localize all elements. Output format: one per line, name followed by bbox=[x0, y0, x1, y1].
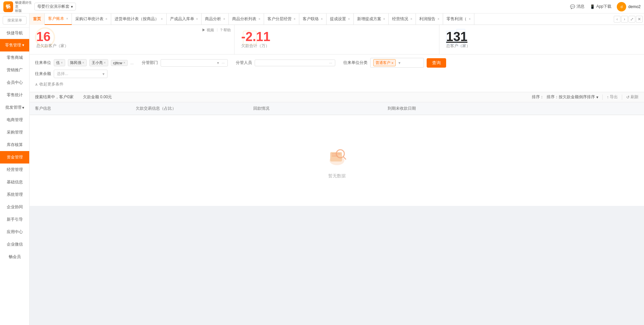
filter-dept-label: 分管部门 bbox=[142, 60, 158, 66]
tab-customer-contact[interactable]: 客户联络 × bbox=[299, 13, 327, 25]
tab-profit-report[interactable]: 利润报告 × bbox=[416, 13, 443, 25]
sidebar-item-vip-member[interactable]: 畅会员 bbox=[0, 251, 29, 263]
sidebar-item-member-center[interactable]: 会员中心 bbox=[0, 76, 29, 89]
remove-tag-cjttcw[interactable]: × bbox=[123, 61, 125, 65]
tab-operations[interactable]: 经营情况 × bbox=[389, 13, 416, 25]
sidebar-item-inventory[interactable]: 库存核算 bbox=[0, 139, 29, 151]
logo-text: 畅捷通好生意标版 bbox=[15, 1, 33, 13]
export-button[interactable]: ↑ 导出 bbox=[607, 94, 618, 100]
tab-scroll-right[interactable]: › bbox=[621, 16, 628, 23]
tab-home[interactable]: 首页 bbox=[30, 13, 45, 25]
remove-tag-normal-customer[interactable]: × bbox=[391, 61, 393, 65]
tab-close-customer-tier[interactable]: × bbox=[294, 17, 296, 21]
chevron-down-icon: ▾ bbox=[596, 95, 598, 100]
svg-text:¥: ¥ bbox=[40, 33, 45, 42]
user-name: demo2 bbox=[628, 4, 641, 9]
stat-card-total-customers: 131 总客户（家） bbox=[439, 25, 644, 54]
search-result-amount bbox=[76, 94, 80, 100]
tab-stock-stats[interactable]: 进货单统计表（按商品） × bbox=[111, 13, 167, 25]
sidebar-item-basic-info[interactable]: 基础信息 bbox=[0, 176, 29, 188]
tab-close-stock-stats[interactable]: × bbox=[161, 17, 163, 21]
remove-tag-wang[interactable]: × bbox=[104, 61, 106, 65]
chevron-down-icon: ▾ bbox=[398, 61, 400, 65]
tab-close-reminder-settings[interactable]: × bbox=[348, 17, 350, 21]
app-download-button[interactable]: 📱 App下载 bbox=[590, 4, 611, 9]
col-due-date: 到期未收款日期 bbox=[388, 106, 639, 111]
logo-icon: 畅 bbox=[3, 1, 13, 12]
filter-unit-class-label: 往来单位分类 bbox=[343, 60, 368, 66]
sidebar-item-app-center[interactable]: 应用中心 bbox=[0, 226, 29, 238]
tab-reminder-settings[interactable]: 提成设置 × bbox=[327, 13, 354, 25]
sidebar-item-enterprise-collab[interactable]: 企业协同 bbox=[0, 201, 29, 213]
filter-person-select[interactable]: ··· bbox=[255, 60, 335, 66]
sidebar-quick-nav[interactable]: 快捷导航 bbox=[0, 28, 29, 39]
tab-retail-profit[interactable]: 零售利润（ × bbox=[443, 13, 474, 25]
help-link[interactable]: ? 帮助 bbox=[220, 28, 231, 33]
sidebar-item-capital-mgmt[interactable]: 资金管理 bbox=[0, 151, 29, 164]
filter-unit-class-select[interactable]: 普通客户 × ▾ bbox=[370, 58, 424, 68]
stat-card-credit-amount: ✦ -2.11 欠款合计（万） bbox=[234, 25, 439, 54]
tab-close-goods-analysis[interactable]: × bbox=[223, 17, 225, 21]
remove-tag-chen[interactable]: × bbox=[82, 61, 84, 65]
tab-customer-tier[interactable]: 客户分层经营 × bbox=[264, 13, 299, 25]
logo-area: 畅 畅捷通好生意标版 bbox=[3, 1, 33, 13]
tab-purchase-order[interactable]: 采购订单统计表 × bbox=[72, 13, 111, 25]
filter-dept-select[interactable]: ▾ ··· bbox=[161, 59, 228, 67]
sidebar-item-retail-stats[interactable]: 零售统计 bbox=[0, 89, 29, 101]
tab-maximize[interactable]: ⤢ bbox=[629, 16, 635, 23]
filter-more-tags[interactable]: ... bbox=[130, 61, 134, 65]
table-header: 客户信息 欠款交易信息（占比） 回款情况 到期未收款日期 bbox=[30, 102, 644, 115]
tab-close-purchase-order[interactable]: × bbox=[105, 17, 108, 21]
sidebar-item-marketing[interactable]: 营销推广 bbox=[0, 64, 29, 76]
empty-icon bbox=[324, 142, 350, 169]
sidebar-item-enterprise-wechat[interactable]: 企业微信 bbox=[0, 238, 29, 251]
sidebar-item-purchase-mgmt[interactable]: 采购管理 bbox=[0, 126, 29, 139]
sidebar-item-retail-mgmt[interactable]: 零售管理 ▾ bbox=[0, 39, 29, 51]
tab-accounts[interactable]: 客户账本 × bbox=[45, 13, 72, 25]
tab-close-customer-contact[interactable]: × bbox=[321, 17, 323, 21]
video-link[interactable]: ▶ 视频 bbox=[202, 28, 214, 33]
sidebar-item-system-mgmt[interactable]: 系统管理 bbox=[0, 188, 29, 201]
refresh-button[interactable]: ↺ 刷新 bbox=[626, 94, 639, 100]
filter-tag-unit: 伍 × bbox=[54, 59, 65, 66]
tab-close-all[interactable]: ✕ bbox=[636, 16, 643, 23]
tab-close-production[interactable]: × bbox=[196, 17, 198, 21]
tab-close-operations[interactable]: × bbox=[410, 17, 412, 21]
message-button[interactable]: 💬 消息 bbox=[570, 4, 585, 9]
sort-select[interactable]: 排序：按欠款金额倒序排序 ▾ bbox=[547, 94, 598, 100]
query-button[interactable]: 查询 bbox=[427, 58, 446, 68]
search-result-bar: 搜索结果中，客户0家 欠款金额 0.00元 排序： 排序：按欠款金额倒序排序 ▾… bbox=[30, 92, 644, 102]
sidebar-item-retail-mall[interactable]: 零售商城 bbox=[0, 51, 29, 64]
tab-close-accounts[interactable]: × bbox=[66, 17, 68, 21]
chevron-down-icon: ▾ bbox=[22, 43, 24, 47]
tab-production[interactable]: 产成品入库单 × bbox=[167, 13, 202, 25]
workspace-selector[interactable]: 母婴行业演示帐套 ▾ bbox=[34, 3, 76, 10]
chevron-down-icon: ▾ bbox=[102, 72, 104, 76]
tab-close-goods-analysis-list[interactable]: × bbox=[258, 17, 260, 21]
sidebar-search-area: 搜索菜单 bbox=[0, 13, 29, 28]
svg-rect-4 bbox=[446, 31, 455, 44]
tab-close-profit-report[interactable]: × bbox=[437, 17, 439, 21]
sidebar-item-ops-mgmt[interactable]: 经营管理 bbox=[0, 164, 29, 176]
collapse-filter-button[interactable]: ∧ 收起更多条件 bbox=[35, 81, 639, 87]
filter-tag-cjttcw: cjttcw × bbox=[111, 60, 128, 66]
tab-close-new-promotion[interactable]: × bbox=[383, 17, 385, 21]
sidebar-item-new-guide[interactable]: 新手引导 bbox=[0, 213, 29, 226]
tab-goods-analysis-list[interactable]: 商品分析列表 × bbox=[229, 13, 264, 25]
search-menu-button[interactable]: 搜索菜单 bbox=[3, 16, 27, 25]
user-profile[interactable]: d demo2 bbox=[617, 2, 641, 11]
sidebar-item-ecommerce[interactable]: 电商管理 bbox=[0, 114, 29, 126]
tab-close-retail-profit[interactable]: × bbox=[469, 17, 471, 21]
stats-row: ¥ 16 总欠款客户（家） ▶ 视频 | ? 帮助 bbox=[30, 25, 644, 55]
tab-scroll-left[interactable]: ‹ bbox=[614, 16, 620, 23]
tab-goods-analysis[interactable]: 商品分析 × bbox=[202, 13, 229, 25]
tab-new-promotion[interactable]: 新增提成方案 × bbox=[354, 13, 389, 25]
refresh-icon: ↺ bbox=[626, 95, 630, 100]
stat-label-total-customers: 总客户（家） bbox=[446, 43, 637, 49]
stat-label-credit-amount: 欠款合计（万） bbox=[241, 43, 432, 49]
svg-text:✦: ✦ bbox=[246, 34, 252, 42]
remove-tag-wu[interactable]: × bbox=[61, 61, 63, 65]
filter-balance-select[interactable]: 选择... ▾ bbox=[54, 70, 108, 78]
sidebar-item-wholesale-mgmt[interactable]: 批发管理 ▾ bbox=[0, 101, 29, 114]
app-download-icon: 📱 bbox=[590, 4, 595, 9]
